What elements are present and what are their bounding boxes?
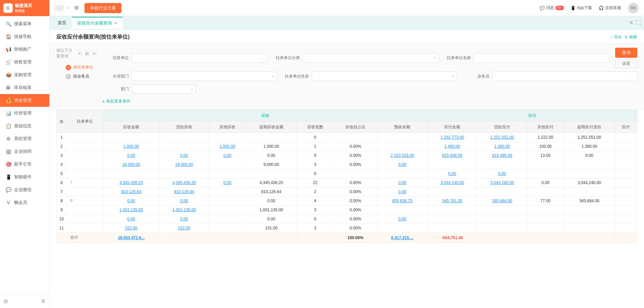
row-ar-loan[interactable]: 18,000.00 bbox=[159, 160, 209, 169]
row-ar-amount[interactable]: 18,000.00 bbox=[103, 160, 159, 169]
filter-target-btn[interactable]: ◎ bbox=[85, 50, 90, 57]
sidebar-item-quick-nav[interactable]: 🏠 快捷导航 bbox=[0, 30, 49, 43]
row-ar-loan[interactable]: 810,126.64 bbox=[159, 187, 209, 196]
row-ap-loan[interactable]: 915,495.56 bbox=[477, 151, 527, 160]
row-ar-loan[interactable]: 0.00 bbox=[159, 151, 209, 160]
row-ar-amount[interactable]: 0.00 bbox=[103, 151, 159, 160]
topbar-settings-btn[interactable]: ⚙ bbox=[72, 4, 80, 12]
row-ar-prepay[interactable]: 2,153,333.00 bbox=[377, 151, 427, 160]
filter-department-input[interactable]: ▾ bbox=[131, 84, 196, 94]
row-ar-prepay[interactable]: 0.00 bbox=[377, 178, 427, 187]
row-ar-amount[interactable]: 0.00 bbox=[103, 196, 159, 206]
total-ar-amount[interactable]: 19,553,472,6... bbox=[103, 233, 159, 243]
filter-dept-input[interactable]: ▾ bbox=[131, 72, 277, 81]
row-ap-loan[interactable]: 1,251,551.00 bbox=[477, 133, 527, 142]
cta-button[interactable]: 体验行业方案 bbox=[85, 3, 121, 13]
row-ap-amount[interactable]: 1,252,773.00 bbox=[427, 133, 477, 142]
tab-expand-btn[interactable]: ⛶ bbox=[636, 20, 641, 26]
export-label: 导出 bbox=[614, 34, 622, 40]
row-ar-loan[interactable]: 0.00 bbox=[159, 215, 209, 224]
filter-partner-category-input[interactable]: ▾ bbox=[303, 53, 439, 63]
row-ar-amount[interactable]: 810,126.64 bbox=[103, 187, 159, 196]
table-settings-btn[interactable]: ⚙ bbox=[59, 119, 64, 124]
sidebar-item-purchase[interactable]: 📦 采购管理 bbox=[0, 69, 49, 81]
row-ap-amount[interactable]: 1,490.00 bbox=[427, 142, 477, 151]
row-ar-loan[interactable]: 4,345,436.20 bbox=[159, 178, 209, 187]
row-ar-amount[interactable]: 1,000.00 bbox=[103, 142, 159, 151]
filter-add-btn[interactable]: + bbox=[77, 50, 82, 57]
query-btn[interactable]: 查询 bbox=[615, 48, 637, 58]
row-ar-other[interactable]: 0.00 bbox=[209, 178, 246, 187]
row-ar-count: 3 bbox=[297, 224, 333, 233]
filter-partner-nature-input[interactable]: ▾ bbox=[312, 72, 457, 81]
page-header: 应收应付余额查询(按往来单位) ↑ 导出 ↻ 刷新 bbox=[50, 30, 644, 44]
sidebar-item-finance[interactable]: 💰 资金管理 bbox=[0, 94, 49, 107]
row-ap-overdue: 1,251,551.00 bbox=[564, 133, 615, 142]
filter-settings-btn[interactable]: 设置 bbox=[615, 59, 637, 68]
sidebar-item-guide[interactable]: 🎯 新手引导 bbox=[0, 158, 49, 171]
scheme-by-partner[interactable]: W 按往来单位 bbox=[63, 63, 97, 72]
row-ar-ratio: 0.00% bbox=[333, 160, 377, 169]
sidebar-item-inventory[interactable]: 🏛 库存核算 bbox=[0, 81, 49, 94]
customer-service-btn[interactable]: 🎧 在线客服 bbox=[599, 5, 621, 11]
tab-window-close-btn[interactable]: ✕ bbox=[629, 19, 633, 26]
notification-btn[interactable]: 💬 消息 99+ bbox=[540, 5, 564, 11]
row-ar-other[interactable]: 1,000.00 bbox=[209, 142, 246, 151]
row-ap-loan[interactable]: 1,390.00 bbox=[477, 142, 527, 151]
filter-collapse-btn[interactable]: ∧ 收起更多条件 bbox=[102, 97, 637, 105]
filter-partner-name-input[interactable] bbox=[474, 53, 610, 63]
row-ar-prepay[interactable]: 0.00 bbox=[377, 187, 427, 196]
user-avatar[interactable]: Rit bbox=[628, 3, 639, 13]
export-btn[interactable]: ↑ 导出 bbox=[610, 34, 622, 40]
sidebar-item-basic-info[interactable]: 📋 基础信息 bbox=[0, 120, 49, 132]
topbar-right: 💬 消息 99+ 📱 App下载 🎧 在线客服 Rit bbox=[540, 3, 639, 13]
filter-settlement-input[interactable]: ··· bbox=[131, 53, 268, 63]
row-ap-amount[interactable]: 915,508.56 bbox=[427, 151, 477, 160]
row-ap-loan bbox=[477, 215, 527, 224]
sidebar-item-hardware[interactable]: 📱 智能硬件 bbox=[0, 171, 49, 183]
inventory-icon: 🏛 bbox=[5, 85, 11, 91]
row-ap-loan[interactable]: 0.00 bbox=[477, 169, 527, 178]
refresh-btn[interactable]: ↻ 刷新 bbox=[625, 34, 637, 40]
user-name: Rit bbox=[631, 6, 636, 10]
total-ar-prepay[interactable]: 6,417,215.... bbox=[377, 233, 427, 243]
sidebar-item-member[interactable]: V 畅会员 bbox=[0, 196, 49, 209]
row-ar-amount[interactable]: 152.00 bbox=[103, 224, 159, 233]
scheme-by-employee[interactable]: C 按业务员 bbox=[63, 72, 97, 81]
ap-col-0-header: 应付金额 bbox=[427, 122, 477, 133]
row-ar-amount[interactable]: 4,345,436.20 bbox=[103, 178, 159, 187]
row-ar-prepay[interactable]: 0.00 bbox=[377, 160, 427, 169]
row-ap-amount[interactable]: 345,761.00 bbox=[427, 196, 477, 206]
row-ar-prepay[interactable]: 655,636.75 bbox=[377, 196, 427, 206]
topbar: ··· ▾ ⚙ 体验行业方案 💬 消息 99+ 📱 App下载 🎧 bbox=[50, 0, 644, 16]
sidebar-item-search[interactable]: 🔍 搜索菜单 bbox=[0, 17, 49, 30]
tab-close-btn[interactable]: ✕ bbox=[114, 21, 117, 26]
row-ar-prepay[interactable]: 0.00 bbox=[377, 215, 427, 224]
row-ar-overdue bbox=[246, 169, 297, 178]
collapse-sidebar-btn[interactable]: ⏸ bbox=[41, 298, 46, 305]
sidebar-item-sales[interactable]: 🛒 销售管理 bbox=[0, 56, 49, 69]
row-ar-other[interactable]: 0.00 bbox=[209, 151, 246, 160]
filter-collapse-btn[interactable]: « bbox=[92, 50, 97, 57]
filter-salesperson-input[interactable]: ··· bbox=[492, 72, 637, 81]
sidebar-item-system[interactable]: ⚙ 系统管理 bbox=[0, 132, 49, 145]
sidebar-nav: 🔍 搜索菜单 🏠 快捷导航 📢 营销推广 🛒 销售管理 📦 采购管理 🏛 bbox=[0, 16, 49, 295]
row-ar-loan[interactable]: 0.00 bbox=[159, 196, 209, 206]
tab-ar-ap[interactable]: 应收应付余额查询 ✕ bbox=[72, 17, 123, 29]
row-ap-amount[interactable]: 0.00 bbox=[427, 169, 477, 178]
sidebar-item-enterprise[interactable]: 🏢 企业协同 bbox=[0, 145, 49, 158]
row-ar-amount[interactable]: 1,001,135.00 bbox=[103, 206, 159, 215]
tab-home[interactable]: 首页 bbox=[52, 17, 72, 29]
sidebar-item-wechat[interactable]: 💬 企业微信 bbox=[0, 183, 49, 196]
row-ap-loan[interactable]: 345,684.00 bbox=[477, 196, 527, 206]
row-ap-loan[interactable]: 3,044,240.00 bbox=[477, 178, 527, 187]
row-ar-loan[interactable]: 152.00 bbox=[159, 224, 209, 233]
app-download-btn[interactable]: 📱 App下载 bbox=[571, 5, 592, 11]
breadcrumb-item[interactable]: ··· bbox=[55, 5, 64, 11]
settings-footer-btn[interactable]: ⚙ bbox=[3, 298, 8, 305]
sidebar-item-marketing[interactable]: 📢 营销推广 bbox=[0, 43, 49, 56]
row-ar-amount[interactable]: 0.00 bbox=[103, 215, 159, 224]
row-ar-loan[interactable]: 1,001,135.00 bbox=[159, 206, 209, 215]
row-ap-amount[interactable]: 3,044,240.00 bbox=[427, 178, 477, 187]
sidebar-item-operations[interactable]: 📊 经营管理 bbox=[0, 107, 49, 120]
